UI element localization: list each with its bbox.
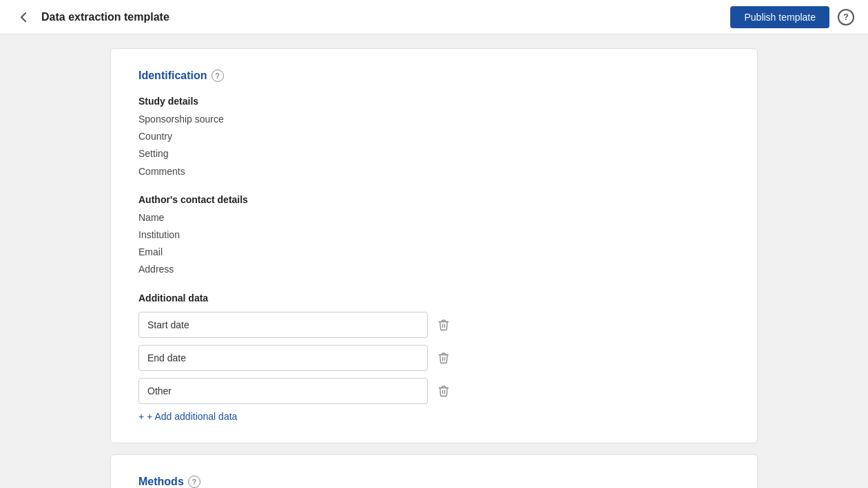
back-button[interactable] (14, 8, 33, 27)
field-address: Address (138, 261, 730, 278)
additional-data-label: Additional data (138, 293, 730, 304)
add-icon: + (138, 411, 144, 422)
input-row-end-date (138, 345, 730, 371)
input-row-other (138, 378, 730, 404)
identification-section-title: Identification ? (138, 70, 730, 82)
study-details-section: Study details Sponsorship source Country… (138, 96, 730, 180)
delete-start-date-button[interactable] (435, 316, 453, 334)
author-contact-section: Author's contact details Name Institutio… (138, 194, 730, 279)
field-sponsorship-source: Sponsorship source (138, 111, 730, 128)
methods-section-title: Methods ? (138, 476, 730, 488)
other-input[interactable] (138, 378, 428, 404)
additional-data-section: Additional data (138, 293, 730, 422)
identification-card: Identification ? Study details Sponsorsh… (110, 48, 758, 443)
publish-template-button[interactable]: Publish template (730, 6, 829, 28)
input-row-start-date (138, 312, 730, 338)
main-content: Identification ? Study details Sponsorsh… (0, 34, 868, 488)
methods-info-icon[interactable]: ? (188, 476, 200, 488)
add-additional-data-button[interactable]: + + Add additional data (138, 411, 237, 422)
field-setting: Setting (138, 145, 730, 162)
field-name: Name (138, 209, 730, 226)
field-comments: Comments (138, 163, 730, 180)
help-icon[interactable]: ? (838, 9, 854, 25)
methods-card: Methods ? Method details (110, 454, 758, 489)
end-date-input[interactable] (138, 345, 428, 371)
start-date-input[interactable] (138, 312, 428, 338)
header-right: Publish template ? (730, 6, 854, 28)
identification-info-icon[interactable]: ? (211, 70, 224, 82)
delete-other-button[interactable] (435, 382, 453, 400)
field-country: Country (138, 128, 730, 145)
header-left: Data extraction template (14, 8, 169, 27)
delete-end-date-button[interactable] (435, 349, 453, 367)
field-institution: Institution (138, 226, 730, 244)
add-label: + Add additional data (147, 411, 237, 422)
app-header: Data extraction template Publish templat… (0, 0, 868, 34)
author-contact-title: Author's contact details (138, 194, 730, 205)
study-details-title: Study details (138, 96, 730, 107)
page-title: Data extraction template (41, 11, 169, 23)
field-email: Email (138, 244, 730, 261)
